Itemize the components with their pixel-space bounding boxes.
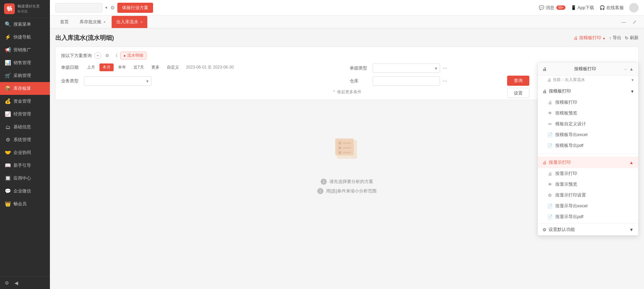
sidebar-item-sales[interactable]: 📊 销售管理 [0,56,50,69]
filter-warehouse-label: 仓库 [350,78,370,84]
message-button[interactable]: 💬 消息 99+ [539,5,565,11]
filter-doctype-select[interactable] [373,63,440,73]
dropdown-item-template-custom[interactable]: ✏ 模板自定义设计 [538,119,638,129]
sidebar-item-corp[interactable]: 🤝 企业协同 [0,146,50,159]
filter-collapse-button[interactable]: 《 [113,53,118,59]
customer-service-label: 在线客服 [606,5,624,11]
tab-flow-close[interactable]: × [140,20,142,24]
sidebar-item-inventory[interactable]: 📦 库存核算 [0,82,50,95]
display-pdf-icon: 📄 [547,214,553,219]
filter-warehouse-more[interactable]: ··· [443,78,447,84]
wechat-icon: 💬 [5,188,11,194]
topbar-search-input[interactable] [55,3,103,12]
collapse-icon[interactable]: ◀ [14,280,18,286]
dropdown-item-display-pdf[interactable]: 📄 按显示导出pdf [538,211,638,222]
app-download-button[interactable]: 📱 App下载 [571,5,594,11]
sidebar-item-label: 应用中心 [13,175,31,181]
template-preview-icon: 👁 [547,111,553,116]
dropdown-item-display-settings[interactable]: ⚙ 按显示打印设置 [538,190,638,201]
filter-date-tab-more[interactable]: 更多 [148,63,163,71]
svg-rect-7 [343,152,351,153]
tab-batch[interactable]: 库存批次账 × [75,16,110,28]
dropdown-item-template-excel[interactable]: 📄 按模板导出excel [538,129,638,140]
tab-flow[interactable]: 出入库流水 × [112,16,147,28]
finance-icon: 💰 [5,98,11,104]
tab-minimize-button[interactable]: — [620,18,628,26]
filter-add-button[interactable]: + [94,52,101,59]
filter-warehouse-input[interactable] [373,76,440,86]
filter-doctype-select-wrapper [373,63,440,73]
filter-biztype-label: 业务类型 [61,78,81,84]
dropdown-header: 🖨 按模板打印 ··· ▲ [538,62,638,76]
display-print-label: 按显示打印 [555,170,577,177]
filter-date-tab-last-month[interactable]: 上月 [84,63,98,71]
refresh-button[interactable]: ↻ 刷新 [625,35,639,41]
sidebar-item-system[interactable]: ⚙ 系统管理 [0,133,50,146]
sidebar-item-wechat[interactable]: 💬 企业微信 [0,185,50,198]
dropdown-more-icon[interactable]: ··· [623,67,627,72]
dropdown-section-display: 🖨 按显示打印 ▲ 🖨 按显示打印 👁 按显示预览 ⚙ 按显示打印设置 [538,155,638,224]
dropdown-footer-arrow: ▼ [629,227,634,232]
dropdown-collapse-icon[interactable]: ▲ [629,67,634,72]
filter-collapse-button[interactable]: ⌃ 收起更多条件 [332,89,361,95]
tab-batch-close[interactable]: × [104,20,106,24]
print-template-label: 按模板打印 [579,35,601,41]
sidebar-item-appcenter[interactable]: 🔲 应用中心 [0,172,50,185]
display-preview-icon: 👁 [547,182,553,187]
dropdown-section-display-header[interactable]: 🖨 按显示打印 ▲ [538,157,638,168]
print-template-button[interactable]: 🖨 按模板打印 ▲ [574,35,606,41]
refresh-icon: ↻ [625,35,628,41]
filter-biztype-select[interactable] [84,76,151,86]
tab-maximize-button[interactable]: ⤢ [631,18,639,26]
dropdown-item-template-print[interactable]: 🖨 按模板打印 [538,97,638,108]
filter-settings-button[interactable]: ⚙ [104,52,111,59]
dropdown-footer[interactable]: ⚙ 设置默认功能 ▼ [538,224,638,235]
filter-biztype-select-wrapper [84,76,151,86]
topbar-dropdown-icon[interactable]: ▾ [105,5,108,10]
export-button[interactable]: ↑ 导出 [609,35,622,41]
dropdown-divider-1 [538,154,638,154]
filter-date-tab-current-month[interactable]: 本月 [99,63,114,71]
sidebar-item-label: 快捷导航 [13,34,31,40]
logo-badge: 标准版 [18,9,40,14]
tab-home[interactable]: 首页 [55,16,74,28]
settings-button[interactable]: 设置 [507,88,529,98]
sidebar-item-marketing[interactable]: 📢 营销推广 [0,44,50,56]
topbar-gear-icon[interactable]: ⚙ [110,5,115,11]
filter-date-tab-current-year[interactable]: 本年 [115,63,129,71]
export-icon: ↑ [609,35,612,41]
trial-button[interactable]: 体验行业方案 [117,3,153,13]
customer-service-button[interactable]: 🎧 在线客服 [599,5,624,11]
user-avatar[interactable] [629,3,639,12]
sidebar-item-guide[interactable]: 📖 新手引导 [0,159,50,172]
sidebar-item-label: 系统管理 [13,137,31,143]
settings-icon[interactable]: ⚙ [5,280,9,286]
dropdown-item-display-print[interactable]: 🖨 按显示打印 [538,168,638,179]
dropdown-item-display-excel[interactable]: 📄 按显示导出excel [538,201,638,211]
display-settings-label: 按显示打印设置 [555,192,586,198]
template-custom-label: 模板自定义设计 [555,121,586,127]
sidebar-item-shortcut[interactable]: ⚡ 快捷导航 [0,31,50,44]
refresh-label: 刷新 [630,35,639,41]
empty-step-1-text: 请先选择要分析的方案 [329,179,373,185]
filter-date-tab-custom[interactable]: 自定义 [164,63,182,71]
sidebar-item-search[interactable]: 🔍 搜索菜单 [0,18,50,31]
filter-date-tab-last7[interactable]: 近7天 [130,63,147,71]
sidebar-item-basic[interactable]: 🗂 基础信息 [0,121,50,133]
sidebar-item-purchase[interactable]: 🛒 采购管理 [0,69,50,82]
dropdown-item-display-preview[interactable]: 👁 按显示预览 [538,179,638,190]
sidebar-item-member[interactable]: 👑 畅会员 [0,198,50,210]
filter-doctype-more[interactable]: ··· [443,65,447,71]
filter-date-group: 单据日期 上月 本月 本年 近7天 更多 自定义 2023-06-01 至 20… [61,63,344,71]
sidebar-item-operation[interactable]: 📈 经营管理 [0,108,50,121]
svg-rect-4 [339,151,341,154]
sidebar-item-label: 销售管理 [13,60,31,66]
query-button[interactable]: 查询 [507,76,529,86]
dropdown-item-template-preview[interactable]: 👁 按模板预览 [538,108,638,119]
dropdown-section-template-header[interactable]: 🖨 按模板打印 ▾ [538,85,638,97]
sidebar-item-finance[interactable]: 💰 资金管理 [0,95,50,108]
sidebar-item-label: 库存核算 [13,85,31,91]
sidebar-item-label: 营销推广 [13,47,31,53]
dropdown-item-template-pdf[interactable]: 📄 按模板导出pdf [538,140,638,151]
inventory-icon: 📦 [5,85,11,91]
